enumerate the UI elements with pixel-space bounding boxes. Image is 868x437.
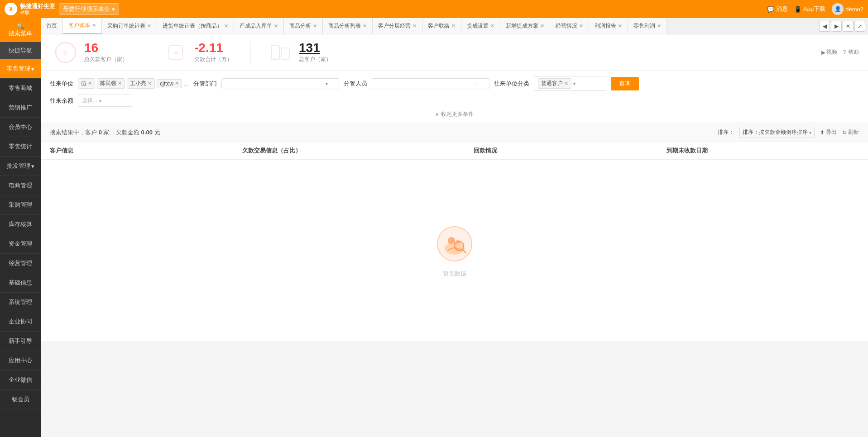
message-btn[interactable]: 💬 消息 xyxy=(767,5,788,13)
dept-filter-select[interactable]: ··· xyxy=(221,78,339,89)
unit-class-filter-label: 往来单位分类 xyxy=(494,80,529,88)
sidebar-item-vip-member[interactable]: 畅会员 xyxy=(0,390,41,409)
unit-tag-1[interactable]: 陈民强 ✕ xyxy=(97,78,125,89)
tab-customer-connect[interactable]: 客户联络 ✕ xyxy=(422,18,461,34)
table-header: 客户信息 欠款交易信息（占比） 回款情况 到期未收款日期 xyxy=(41,142,868,160)
tab-close-customer-capital[interactable]: ✕ xyxy=(92,23,96,28)
tab-close-11[interactable]: ✕ xyxy=(579,23,583,29)
tab-purchase-order-stats[interactable]: 采购订单统计表 ✕ xyxy=(102,18,157,34)
tab-close-4[interactable]: ✕ xyxy=(274,23,278,29)
tag-close-0[interactable]: ✕ xyxy=(88,81,92,86)
chevron-up-icon: ∧ xyxy=(435,111,439,118)
export-btn[interactable]: ⬆ 导出 xyxy=(820,128,837,136)
dept-chevron xyxy=(326,81,328,87)
tab-close-10[interactable]: ✕ xyxy=(540,23,544,29)
sidebar-item-finance[interactable]: 资金管理 xyxy=(0,234,41,254)
tag-close-2[interactable]: ✕ xyxy=(148,81,152,86)
sort-select[interactable]: 排序：按欠款金额倒序排序 xyxy=(739,127,815,138)
person-filter-label: 分管人员 xyxy=(344,80,367,88)
unit-tag-3[interactable]: cjttcw ✕ xyxy=(157,79,182,88)
data-table: 客户信息 欠款交易信息（占比） 回款情况 到期未收款日期 xyxy=(41,142,868,341)
tab-home[interactable]: 首页 xyxy=(41,18,63,34)
top-bar-center: 母婴行业演示账套 ▾ xyxy=(59,3,763,15)
tag-close-3[interactable]: ✕ xyxy=(175,81,179,86)
sidebar-item-app-center[interactable]: 应用中心 xyxy=(0,351,41,370)
sidebar-item-retail-mgmt[interactable]: 零售管理 ▾ xyxy=(0,59,41,79)
sidebar-item-enterprise-coop[interactable]: 企业协同 xyxy=(0,312,41,332)
sidebar-item-marketing[interactable]: 营销推广 xyxy=(0,98,41,118)
sidebar-item-quick-nav[interactable]: 快捷导航 xyxy=(0,42,41,59)
tab-profit-report[interactable]: 利润报告 ✕ xyxy=(589,18,628,34)
sidebar-item-retail-stats[interactable]: 零售统计 xyxy=(0,137,41,157)
logo-subtext: 标版 xyxy=(20,10,55,15)
sidebar-item-member[interactable]: 会员中心 xyxy=(0,118,41,137)
tab-customer-capital[interactable]: 客户账本 ✕ xyxy=(63,18,102,34)
tab-close-9[interactable]: ✕ xyxy=(490,23,494,29)
person-filter-select[interactable]: ··· xyxy=(372,78,489,89)
logo-area: ¥ 畅捷通好生意 标版 xyxy=(5,3,55,16)
sidebar-item-purchase[interactable]: 采购管理 xyxy=(0,195,41,215)
filter-more-btn[interactable]: ... xyxy=(184,80,189,87)
sidebar-item-new-guide[interactable]: 新手引导 xyxy=(0,332,41,351)
tab-customer-segment[interactable]: 客户分层经营 ✕ xyxy=(373,18,422,34)
unit-class-chevron xyxy=(573,81,575,87)
enterprise-selector[interactable]: 母婴行业演示账套 ▾ xyxy=(59,3,119,15)
sidebar-item-basic-info[interactable]: 基础信息 xyxy=(0,273,41,293)
tab-close-12[interactable]: ✕ xyxy=(618,23,622,29)
unit-class-tag[interactable]: 普通客户 ✕ xyxy=(538,78,571,89)
user-area[interactable]: 👤 demo2 xyxy=(832,3,863,15)
video-link[interactable]: ▶ 视频 xyxy=(821,48,837,56)
tab-maximize[interactable]: ⤢ xyxy=(854,21,865,32)
tab-new-improvement[interactable]: 新增提成方案 ✕ xyxy=(500,18,550,34)
sidebar-item-enterprise-wechat[interactable]: 企业微信 xyxy=(0,370,41,390)
tab-incoming-stats[interactable]: 进货单统计表（按商品） ✕ xyxy=(157,18,234,34)
tab-close-8[interactable]: ✕ xyxy=(451,23,456,29)
sidebar-item-ecommerce[interactable]: 电商管理 xyxy=(0,176,41,195)
tab-close-5[interactable]: ✕ xyxy=(313,23,317,29)
tag-close-1[interactable]: ✕ xyxy=(118,81,122,86)
tab-close-2[interactable]: ✕ xyxy=(147,23,151,29)
help-link[interactable]: ？ 帮助 xyxy=(842,48,859,56)
col-repayment: 回款情况 xyxy=(474,147,666,155)
tab-improvement-settings[interactable]: 提成设置 ✕ xyxy=(461,18,500,34)
sidebar-item-search[interactable]: 🔍 搜索菜单 xyxy=(0,18,41,42)
tab-close-all[interactable]: ✕ xyxy=(843,21,854,32)
collapse-button[interactable]: ∧ 收起更多条件 xyxy=(435,110,474,118)
sidebar-item-operations[interactable]: 经营管理 xyxy=(0,254,41,273)
dept-filter-label: 分管部门 xyxy=(193,80,217,88)
unit-class-filter-select[interactable]: 普通客户 ✕ xyxy=(534,76,606,91)
tab-close-13[interactable]: ✕ xyxy=(657,23,661,29)
help-icon: ？ xyxy=(842,48,847,56)
sidebar-item-inventory[interactable]: 库存核算 xyxy=(0,215,41,234)
message-label: 消息 xyxy=(776,5,788,13)
tab-scroll-right[interactable]: ▶ xyxy=(831,21,842,32)
unit-tag-0[interactable]: 伍 ✕ xyxy=(78,78,95,89)
stat-debt-customers-info: 16 总欠款客户（家） xyxy=(84,41,128,64)
enterprise-chevron: ▾ xyxy=(112,6,115,13)
svg-text:¥: ¥ xyxy=(63,48,68,57)
tab-product-inbound[interactable]: 产成品入库单 ✕ xyxy=(234,18,284,34)
unit-tag-2[interactable]: 王小亮 ✕ xyxy=(127,78,155,89)
tab-product-analysis-list[interactable]: 商品分析列表 ✕ xyxy=(323,18,373,34)
sidebar-item-wholesale[interactable]: 批发管理 ▾ xyxy=(0,157,41,176)
help-label: 帮助 xyxy=(848,48,859,56)
tab-retail-profit[interactable]: 零售利润 ✕ xyxy=(628,18,667,34)
logo-icon: ¥ xyxy=(5,3,17,15)
balance-filter-select[interactable]: 选择... xyxy=(78,95,132,107)
tab-scroll-left[interactable]: ◀ xyxy=(819,21,830,32)
tab-product-analysis[interactable]: 商品分析 ✕ xyxy=(284,18,323,34)
refresh-icon: ↻ xyxy=(842,129,847,136)
unit-class-tag-close[interactable]: ✕ xyxy=(564,81,568,86)
sidebar-item-system[interactable]: 系统管理 xyxy=(0,293,41,312)
sort-label: 排序： xyxy=(718,128,734,136)
app-download-btn[interactable]: 📱 App下载 xyxy=(794,5,825,13)
query-button[interactable]: 查询 xyxy=(611,77,639,90)
tab-operations-status[interactable]: 经营情况 ✕ xyxy=(550,18,589,34)
tabs-bar: 首页 客户账本 ✕ 采购订单统计表 ✕ 进货单统计表（按商品） ✕ 产成品入库单… xyxy=(41,18,868,34)
tab-close-7[interactable]: ✕ xyxy=(412,23,417,29)
refresh-btn[interactable]: ↻ 刷新 xyxy=(842,128,859,136)
tab-close-6[interactable]: ✕ xyxy=(363,23,367,29)
svg-text:✦: ✦ xyxy=(173,49,179,57)
sidebar-item-retail-shop[interactable]: 零售商城 xyxy=(0,79,41,98)
tab-close-3[interactable]: ✕ xyxy=(224,23,228,29)
